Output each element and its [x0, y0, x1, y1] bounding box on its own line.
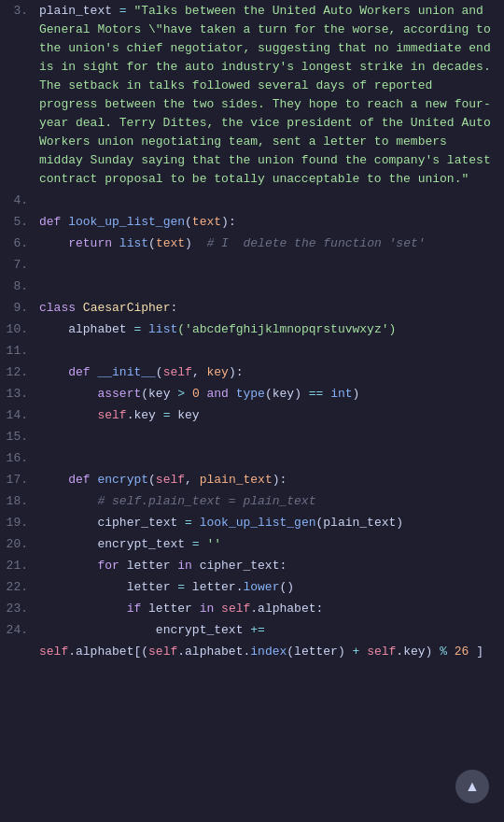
line-number-16: 16.	[0, 448, 39, 468]
line-content-12: def __init__(self, key):	[39, 362, 504, 382]
line-number-9: 9.	[0, 298, 39, 318]
line-content-3: plain_text = "Talks between the United A…	[39, 1, 504, 189]
line-number-7: 7.	[0, 255, 39, 275]
line-content-24b: self.alphabet[(self.alphabet.index(lette…	[39, 642, 504, 661]
line-number-15: 15.	[0, 427, 39, 446]
line-content-23: if letter in self.alphabet:	[39, 599, 504, 618]
code-line-24b: self.alphabet[(self.alphabet.index(lette…	[0, 641, 504, 662]
code-line-12: 12. def __init__(self, key):	[0, 361, 504, 383]
line-content-6: return list(text) # I delete the functio…	[39, 234, 504, 253]
line-content-22: letter = letter.lower()	[39, 577, 504, 597]
code-line-20: 20. encrypt_text = ''	[0, 533, 504, 555]
code-line-7: 7.	[0, 254, 504, 276]
line-content-17: def encrypt(self, plain_text):	[39, 470, 504, 489]
line-number-18: 18.	[0, 491, 39, 511]
line-number-22: 22.	[0, 577, 39, 597]
line-content-21: for letter in cipher_text:	[39, 556, 504, 575]
line-content-8	[39, 276, 504, 277]
line-number-14: 14.	[0, 405, 39, 425]
line-content-20: encrypt_text = ''	[39, 534, 504, 554]
code-line-22: 22. letter = letter.lower()	[0, 576, 504, 598]
code-line-3: 3. plain_text = "Talks between the Unite…	[0, 0, 504, 190]
line-content-14: self.key = key	[39, 405, 504, 425]
line-content-13: assert(key > 0 and type(key) == int)	[39, 384, 504, 404]
line-content-11	[39, 341, 504, 342]
code-line-21: 21. for letter in cipher_text:	[0, 555, 504, 576]
code-line-17: 17. def encrypt(self, plain_text):	[0, 469, 504, 490]
code-line-5: 5. def look_up_list_gen(text):	[0, 211, 504, 233]
line-content-5: def look_up_list_gen(text):	[39, 212, 504, 232]
line-number-11: 11.	[0, 341, 39, 361]
code-line-10: 10. alphabet = list('abcdefghijklmnopqrs…	[0, 319, 504, 340]
line-number-20: 20.	[0, 534, 39, 554]
line-number-8: 8.	[0, 276, 39, 296]
code-line-16: 16.	[0, 447, 504, 469]
code-line-13: 13. assert(key > 0 and type(key) == int)	[0, 383, 504, 404]
line-content-24: encrypt_text +=	[39, 620, 504, 640]
line-number-10: 10.	[0, 319, 39, 339]
line-number-3: 3.	[0, 1, 39, 21]
code-line-8: 8.	[0, 276, 504, 297]
line-content-9: class CaesarCipher:	[39, 298, 504, 318]
line-number-6: 6.	[0, 234, 39, 253]
code-line-19: 19. cipher_text = look_up_list_gen(plain…	[0, 512, 504, 533]
code-line-15: 15.	[0, 426, 504, 447]
line-number-12: 12.	[0, 362, 39, 382]
line-number-23: 23.	[0, 599, 39, 618]
line-number-19: 19.	[0, 513, 39, 532]
line-content-16	[39, 448, 504, 449]
line-number-4: 4.	[0, 191, 39, 210]
line-content-19: cipher_text = look_up_list_gen(plain_tex…	[39, 513, 504, 532]
code-line-6: 6. return list(text) # I delete the func…	[0, 233, 504, 254]
line-content-18: # self.plain_text = plain_text	[39, 491, 504, 511]
line-number-13: 13.	[0, 384, 39, 404]
line-content-15	[39, 427, 504, 428]
line-number-21: 21.	[0, 556, 39, 575]
code-line-18: 18. # self.plain_text = plain_text	[0, 490, 504, 512]
code-line-9: 9. class CaesarCipher:	[0, 297, 504, 319]
code-line-4: 4.	[0, 190, 504, 211]
code-line-14: 14. self.key = key	[0, 404, 504, 426]
line-number-24: 24.	[0, 620, 39, 640]
code-editor: 3. plain_text = "Talks between the Unite…	[0, 0, 504, 662]
code-line-11: 11.	[0, 340, 504, 361]
line-content-7	[39, 255, 504, 256]
line-number-24b	[0, 642, 39, 643]
code-line-23: 23. if letter in self.alphabet:	[0, 598, 504, 619]
code-line-24: 24. encrypt_text +=	[0, 619, 504, 641]
scroll-to-top-button[interactable]: ▲	[455, 770, 489, 803]
line-content-4	[39, 191, 504, 191]
line-content-10: alphabet = list('abcdefghijklmnopqrstuvw…	[39, 319, 504, 339]
line-number-17: 17.	[0, 470, 39, 489]
line-number-5: 5.	[0, 212, 39, 232]
